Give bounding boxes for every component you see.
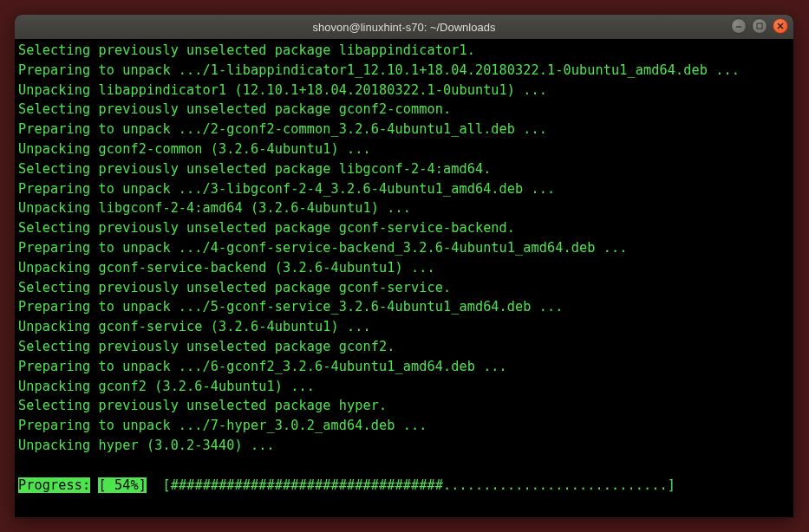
close-button[interactable] <box>773 18 788 34</box>
maximize-icon <box>756 23 763 29</box>
terminal-line: Preparing to unpack .../5-gconf-service_… <box>18 299 564 315</box>
terminal-line: Selecting previously unselected package … <box>18 339 395 354</box>
window-title: shovon@linuxhint-s70: ~/Downloads <box>313 21 496 34</box>
terminal-line: Unpacking libgconf-2-4:amd64 (3.2.6-4ubu… <box>18 200 411 216</box>
terminal-line: Unpacking libappindicator1 (12.10.1+18.0… <box>18 82 547 98</box>
minimize-icon <box>735 23 742 29</box>
window-controls <box>731 18 788 34</box>
terminal-line: Selecting previously unselected package … <box>18 101 451 117</box>
close-icon <box>777 23 784 29</box>
terminal-line: Preparing to unpack .../3-libgconf-2-4_3… <box>18 181 555 197</box>
terminal-line: Unpacking gconf-service-backend (3.2.6-4… <box>18 260 435 276</box>
terminal-line: Preparing to unpack .../1-libappindicato… <box>18 62 740 78</box>
terminal-line: Selecting previously unselected package … <box>18 220 515 236</box>
progress-bar: [##################################.....… <box>162 477 683 493</box>
terminal-line: Unpacking hyper (3.0.2-3440) ... <box>18 438 275 453</box>
terminal-line: Unpacking gconf-service (3.2.6-4ubuntu1)… <box>18 319 371 334</box>
terminal-line: Selecting previously unselected package … <box>18 280 451 295</box>
progress-label: Progress: <box>18 477 90 493</box>
titlebar[interactable]: shovon@linuxhint-s70: ~/Downloads <box>15 15 793 39</box>
terminal-body[interactable]: Selecting previously unselected package … <box>15 39 793 496</box>
terminal-line: Preparing to unpack .../7-hyper_3.0.2_am… <box>18 418 427 433</box>
terminal-line: Selecting previously unselected package … <box>18 398 387 413</box>
terminal-line: Preparing to unpack .../2-gconf2-common_… <box>18 121 547 137</box>
progress-line: Progress: [ 54%] [######################… <box>18 476 683 496</box>
minimize-button[interactable] <box>731 18 747 34</box>
terminal-line: Preparing to unpack .../4-gconf-service-… <box>18 240 628 256</box>
terminal-line: Unpacking gconf2-common (3.2.6-4ubuntu1)… <box>18 141 371 157</box>
terminal-line: Selecting previously unselected package … <box>18 161 491 177</box>
terminal-line: Selecting previously unselected package … <box>18 42 475 58</box>
terminal-window: shovon@linuxhint-s70: ~/Downloads Select… <box>15 15 793 517</box>
svg-rect-1 <box>757 23 762 29</box>
terminal-line: Unpacking gconf2 (3.2.6-4ubuntu1) ... <box>18 379 315 394</box>
maximize-button[interactable] <box>752 18 767 34</box>
terminal-line: Preparing to unpack .../6-gconf2_3.2.6-4… <box>18 359 507 374</box>
progress-percent: [ 54%] <box>98 477 146 493</box>
